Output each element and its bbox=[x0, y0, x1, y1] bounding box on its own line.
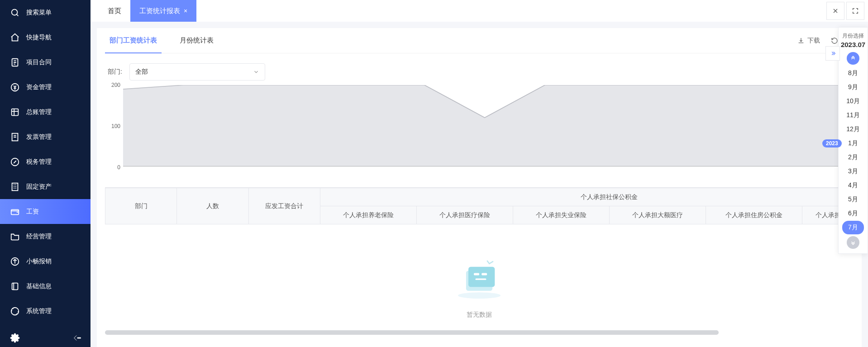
sub-tabs: 部门工资统计表月份统计表 下载 刷新 bbox=[105, 28, 854, 53]
sidebar-label: 税务管理 bbox=[26, 158, 52, 166]
sidebar-item-7[interactable]: 固定资产 bbox=[0, 174, 91, 199]
sidebar-item-2[interactable]: 项目合同 bbox=[0, 50, 91, 75]
money-icon bbox=[10, 82, 20, 92]
empty-text: 暂无数据 bbox=[467, 311, 492, 319]
fullscreen-button[interactable] bbox=[846, 2, 864, 20]
svg-rect-17 bbox=[475, 278, 486, 280]
month-option-1月[interactable]: 1月2023 bbox=[842, 137, 864, 150]
month-option-11月[interactable]: 11月 bbox=[842, 109, 864, 122]
col-header: 个人承担医疗保险 bbox=[416, 206, 513, 224]
col-header: 部门 bbox=[105, 188, 177, 224]
tab-0[interactable]: 首页 bbox=[99, 0, 130, 22]
sidebar-item-0[interactable]: 搜索菜单 bbox=[0, 0, 91, 25]
main: 首页工资统计报表× 部门工资统计表月份统计表 下载 bbox=[91, 0, 868, 347]
tabbar: 首页工资统计报表× bbox=[91, 0, 868, 22]
subtab-0[interactable]: 部门工资统计表 bbox=[105, 28, 162, 53]
month-option-6月[interactable]: 6月 bbox=[842, 207, 864, 220]
col-header: 应发工资合计 bbox=[248, 188, 320, 224]
dept-filter-select[interactable]: 全部 bbox=[129, 63, 265, 81]
sidebar-label: 项目合同 bbox=[26, 58, 52, 67]
receipt-icon bbox=[10, 132, 20, 142]
settings-gear-icon[interactable] bbox=[10, 333, 20, 343]
month-selector: 月份选择 2023.07 8月9月10月11月12月1月20232月3月4月5月… bbox=[838, 27, 868, 254]
y-tick: 0 bbox=[117, 164, 120, 171]
search-icon bbox=[10, 8, 20, 18]
sidebar-label: 资金管理 bbox=[26, 83, 52, 91]
tab-label: 首页 bbox=[108, 7, 121, 15]
panel: 部门工资统计表月份统计表 下载 刷新 部门: bbox=[97, 28, 862, 347]
salary-table[interactable]: 部门人数应发工资合计个人承担社保公积金公司承担个人承担养老保险个人承担医疗保险个… bbox=[105, 187, 854, 328]
download-label: 下载 bbox=[807, 37, 820, 45]
month-panel-selected: 2023.07 bbox=[840, 41, 866, 48]
salary-area-chart: 0100200 bbox=[123, 85, 849, 180]
month-option-2月[interactable]: 2月 bbox=[842, 151, 864, 164]
doc-icon bbox=[10, 57, 20, 67]
month-scroll-up[interactable] bbox=[847, 52, 859, 65]
home-icon bbox=[10, 33, 20, 43]
expense-icon bbox=[10, 257, 20, 266]
sidebar-label: 基础信息 bbox=[26, 282, 52, 290]
month-option-10月[interactable]: 10月 bbox=[842, 95, 864, 108]
sidebar-item-4[interactable]: 总账管理 bbox=[0, 100, 91, 124]
empty-state: 暂无数据 bbox=[105, 224, 854, 328]
svg-rect-14 bbox=[468, 267, 495, 287]
sidebar-label: 快捷导航 bbox=[26, 33, 52, 42]
sidebar-item-6[interactable]: 税务管理 bbox=[0, 149, 91, 174]
month-panel-title: 月份选择 bbox=[840, 32, 866, 40]
month-panel-collapse[interactable] bbox=[825, 46, 840, 61]
month-option-4月[interactable]: 4月 bbox=[842, 179, 864, 192]
sidebar-label: 系统管理 bbox=[26, 307, 52, 315]
month-scroll-down[interactable] bbox=[847, 236, 859, 249]
month-option-8月[interactable]: 8月 bbox=[842, 67, 864, 80]
ledger-icon bbox=[10, 107, 20, 117]
sidebar-item-8[interactable]: 工资 bbox=[0, 199, 91, 224]
year-badge: 2023 bbox=[822, 139, 842, 147]
month-option-5月[interactable]: 5月 bbox=[842, 193, 864, 206]
col-header: 个人承担住房公积金 bbox=[706, 206, 802, 224]
month-option-9月[interactable]: 9月 bbox=[842, 81, 864, 94]
folder-icon bbox=[10, 232, 20, 242]
empty-icon bbox=[452, 252, 506, 302]
tab-1[interactable]: 工资统计报表× bbox=[130, 0, 196, 22]
tab-label: 工资统计报表 bbox=[139, 7, 180, 15]
tax-icon bbox=[10, 157, 20, 167]
svg-rect-8 bbox=[12, 283, 18, 290]
building-icon bbox=[10, 182, 20, 192]
sidebar-item-5[interactable]: 发票管理 bbox=[0, 124, 91, 149]
book-icon bbox=[10, 281, 20, 291]
svg-rect-15 bbox=[474, 273, 479, 275]
month-option-7月[interactable]: 7月 bbox=[842, 221, 864, 234]
sidebar-label: 总账管理 bbox=[26, 108, 52, 116]
month-option-3月[interactable]: 3月 bbox=[842, 165, 864, 178]
sidebar-collapse-icon[interactable] bbox=[72, 333, 82, 343]
month-option-12月[interactable]: 12月 bbox=[842, 123, 864, 136]
sidebar-item-10[interactable]: 小畅报销 bbox=[0, 249, 91, 274]
sidebar: 搜索菜单快捷导航项目合同资金管理总账管理发票管理税务管理固定资产工资经营管理小畅… bbox=[0, 0, 91, 347]
col-header: 个人承担大额医疗 bbox=[609, 206, 706, 224]
chevron-down-icon bbox=[253, 69, 259, 75]
wallet-icon bbox=[10, 207, 20, 217]
svg-rect-2 bbox=[12, 109, 19, 115]
y-tick: 200 bbox=[111, 82, 120, 88]
sidebar-label: 固定资产 bbox=[26, 183, 52, 191]
sidebar-item-1[interactable]: 快捷导航 bbox=[0, 25, 91, 50]
close-tab-button[interactable] bbox=[826, 2, 844, 20]
sidebar-label: 经营管理 bbox=[26, 233, 52, 241]
dept-filter-value: 全部 bbox=[135, 68, 148, 76]
sidebar-item-9[interactable]: 经营管理 bbox=[0, 224, 91, 249]
sidebar-label: 工资 bbox=[26, 208, 39, 216]
close-icon[interactable]: × bbox=[184, 7, 187, 14]
sidebar-item-3[interactable]: 资金管理 bbox=[0, 75, 91, 100]
sidebar-item-12[interactable]: 系统管理 bbox=[0, 299, 91, 323]
col-header: 个人承担养老保险 bbox=[320, 206, 416, 224]
sidebar-item-11[interactable]: 基础信息 bbox=[0, 274, 91, 299]
col-header: 个人承担失业保险 bbox=[513, 206, 609, 224]
y-tick: 100 bbox=[111, 123, 120, 129]
subtab-1[interactable]: 月份统计表 bbox=[175, 28, 218, 53]
horizontal-scrollbar[interactable] bbox=[105, 330, 854, 335]
download-button[interactable]: 下载 bbox=[797, 37, 820, 45]
col-header: 人数 bbox=[177, 188, 248, 224]
col-group-header: 个人承担社保公积金 bbox=[320, 188, 854, 206]
sidebar-label: 发票管理 bbox=[26, 133, 52, 141]
dept-filter-label: 部门: bbox=[108, 68, 122, 76]
